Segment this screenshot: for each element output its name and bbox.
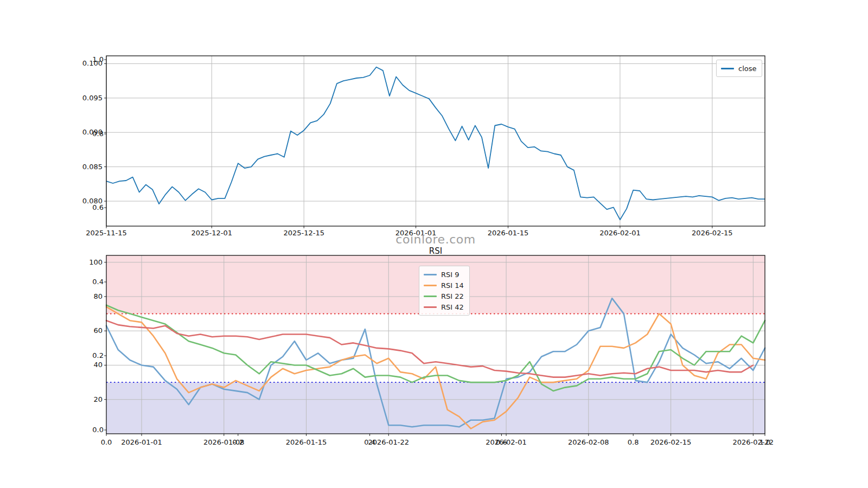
rsi-y-tick-label: 80 [37, 293, 103, 300]
rsi-chart-title: RSI [429, 246, 442, 256]
price-y-tick-label: 0.095 [37, 94, 103, 102]
legend-label-rsi22: RSI 22 [441, 292, 464, 300]
watermark: coinlore.com [395, 233, 475, 246]
rsi42-line-swatch [424, 306, 437, 308]
price-x-tick-label: 2026-01-15 [473, 229, 544, 237]
price-x-tick-label: 2026-02-01 [585, 229, 655, 237]
price-legend: close [716, 60, 762, 77]
legend-row-rsi42: RSI 42 [424, 301, 464, 312]
secondary-x-tick-label: 0.6 [466, 439, 537, 446]
legend-label-close: close [738, 65, 756, 73]
price-y-tick-label: 0.085 [37, 163, 103, 171]
oversold-band [106, 382, 765, 434]
rsi22-line-swatch [424, 296, 437, 297]
legend-label-rsi9: RSI 9 [441, 271, 459, 279]
rsi-y-tick-label: 100 [37, 259, 103, 266]
rsi-y-tick-label: 60 [37, 327, 103, 335]
secondary-y-tick-label: 0.6 [39, 204, 104, 211]
secondary-y-tick-label: 0.2 [39, 352, 104, 359]
rsi-y-tick-label: 40 [37, 361, 103, 369]
legend-label-rsi14: RSI 14 [441, 281, 464, 290]
figure: 2025-11-152025-12-012025-12-152026-01-01… [0, 0, 868, 488]
secondary-x-tick-label: 1.0 [730, 439, 800, 446]
rsi-legend: RSI 9 RSI 14 RSI 22 RSI 42 [419, 266, 470, 316]
secondary-y-tick-label: 0.8 [39, 130, 104, 138]
rsi-x-tick-label: 2026-01-15 [271, 439, 342, 446]
secondary-x-tick-label: 0.2 [203, 439, 273, 446]
secondary-y-tick-label: 0.4 [39, 278, 104, 286]
price-x-tick-label: 2025-11-15 [71, 229, 142, 237]
price-x-tick-label: 2025-12-01 [176, 229, 247, 237]
price-chart [104, 56, 765, 228]
legend-row-rsi9: RSI 9 [424, 269, 464, 280]
secondary-y-tick-label: 0.0 [39, 426, 104, 434]
legend-row-rsi14: RSI 14 [424, 280, 464, 291]
rsi-y-tick-label: 20 [37, 396, 103, 403]
rsi14-line-swatch [424, 285, 437, 286]
price-x-tick-label: 2025-12-15 [269, 229, 339, 237]
legend-row-rsi22: RSI 22 [424, 291, 464, 301]
price-x-tick-label: 2026-02-15 [677, 229, 748, 237]
rsi9-line-swatch [424, 274, 437, 275]
secondary-x-tick-label: 0.0 [71, 439, 142, 446]
secondary-x-tick-label: 0.4 [335, 439, 405, 446]
legend-label-rsi42: RSI 42 [441, 303, 464, 311]
legend-row-close: close [721, 63, 756, 74]
secondary-y-tick-label: 1.0 [39, 56, 104, 63]
close-line-swatch [721, 68, 734, 69]
secondary-x-tick-label: 0.8 [598, 439, 668, 446]
